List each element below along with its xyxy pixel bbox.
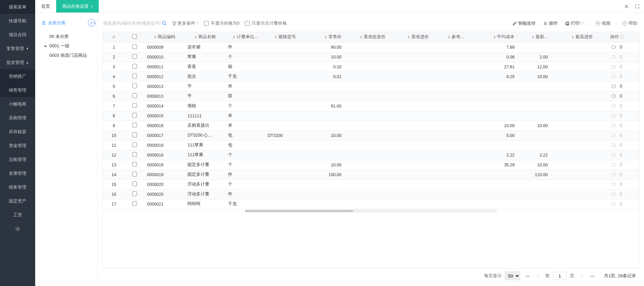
row-checkbox[interactable] bbox=[132, 74, 137, 78]
sidebar-item-1[interactable]: 快捷导航 bbox=[0, 14, 35, 28]
horizontal-scrollbar[interactable] bbox=[245, 209, 497, 213]
main-area: 首页商品价格设置× 全部分类 bbox=[35, 0, 644, 286]
cell-latest: 12.00 bbox=[517, 62, 550, 72]
next-page-button[interactable]: › bbox=[578, 272, 585, 280]
sidebar-item-4[interactable]: 批发管理▲ bbox=[0, 55, 35, 69]
col-name[interactable]: ▲▼商品名称 bbox=[185, 32, 225, 42]
cell-ref bbox=[432, 101, 466, 111]
col-maxin[interactable]: ▲▼最高进价 bbox=[551, 32, 596, 42]
sidebar-item-3[interactable]: 零售管理▼ bbox=[0, 42, 35, 55]
help-icon[interactable]: ⓘ bbox=[620, 34, 624, 39]
tab-1[interactable]: 商品价格设置× bbox=[56, 0, 99, 13]
sidebar-item-5[interactable]: 营销推广 bbox=[0, 69, 35, 83]
page-input[interactable] bbox=[553, 272, 567, 280]
col-wholesale[interactable]: ▲▼基准批发价 bbox=[344, 32, 389, 42]
list-icon bbox=[41, 21, 46, 25]
sidebar-item-7[interactable]: 小畅电商 bbox=[0, 97, 35, 111]
close-all-tabs-icon[interactable] bbox=[622, 2, 631, 11]
row-delete-icon bbox=[619, 114, 623, 118]
sidebar-item-14[interactable]: 固定资产 bbox=[0, 194, 35, 208]
col-avg[interactable]: ▲▼平均成本 bbox=[467, 32, 518, 42]
sidebar-item-13[interactable]: 税务管理 bbox=[0, 180, 35, 194]
row-delete-icon[interactable] bbox=[619, 45, 623, 49]
last-page-button[interactable]: ⏭ bbox=[589, 272, 596, 280]
category-all-label[interactable]: 全部分类 bbox=[48, 20, 66, 26]
row-checkbox[interactable] bbox=[132, 152, 137, 157]
row-checkbox[interactable] bbox=[132, 201, 137, 206]
svg-rect-20 bbox=[612, 153, 615, 157]
tree-item-0[interactable]: 00 未分类 bbox=[45, 32, 95, 41]
col-code[interactable]: ▲▼商品编码 bbox=[144, 32, 185, 42]
select-all-checkbox[interactable] bbox=[132, 34, 137, 39]
page-size-select[interactable]: 50 bbox=[505, 271, 520, 280]
col-retail[interactable]: ▲▼零售价 bbox=[305, 32, 344, 42]
row-delete-icon[interactable] bbox=[619, 94, 623, 98]
sidebar-item-2[interactable]: 项目合同 bbox=[0, 28, 35, 42]
settings-gear-icon[interactable] bbox=[0, 222, 35, 235]
row-checkbox[interactable] bbox=[132, 182, 137, 186]
hide-zero-checkbox[interactable]: 不显示价格为0 bbox=[204, 20, 239, 26]
first-page-button[interactable]: ⏮ bbox=[524, 272, 531, 280]
print-button[interactable]: 打印 ▽ bbox=[563, 19, 585, 28]
tree-item-2[interactable]: 0003 南昌门店商品 bbox=[45, 51, 95, 60]
col-ref[interactable]: ▲▼参考... bbox=[432, 32, 466, 42]
smart-price-button[interactable]: 智能改价 bbox=[510, 19, 538, 28]
row-checkbox[interactable] bbox=[132, 133, 137, 137]
row-checkbox[interactable] bbox=[132, 54, 137, 59]
row-checkbox[interactable] bbox=[132, 44, 137, 49]
row-index: 1 bbox=[103, 42, 125, 52]
tab-0[interactable]: 首页 bbox=[35, 0, 56, 13]
collapse-panel-icon[interactable]: « bbox=[92, 20, 98, 26]
col-unit[interactable]: ▲▼计量单位... bbox=[225, 32, 265, 42]
sidebar-item-11[interactable]: 总账管理 bbox=[0, 152, 35, 166]
sidebar-item-8[interactable]: 采购管理 bbox=[0, 111, 35, 125]
row-checkbox[interactable] bbox=[132, 123, 137, 127]
sidebar-item-12[interactable]: 发票管理 bbox=[0, 166, 35, 180]
sidebar-item-9[interactable]: 库存核算 bbox=[0, 125, 35, 139]
cell-spec bbox=[265, 81, 305, 91]
cell-wholesale bbox=[344, 42, 389, 52]
row-delete-icon[interactable] bbox=[619, 84, 623, 89]
row-edit-icon[interactable] bbox=[612, 84, 616, 89]
close-tab-icon[interactable]: × bbox=[91, 4, 93, 8]
sidebar-item-0[interactable]: 搜索菜单 bbox=[0, 0, 35, 14]
cell-inprice bbox=[388, 130, 432, 140]
row-checkbox[interactable] bbox=[132, 113, 137, 118]
row-checkbox[interactable] bbox=[132, 64, 137, 69]
row-checkbox[interactable] bbox=[132, 93, 137, 98]
row-checkbox[interactable] bbox=[132, 103, 137, 108]
more-conditions-button[interactable]: 更多条件 ▽ bbox=[172, 20, 199, 26]
cell-ref bbox=[432, 81, 466, 91]
row-checkbox[interactable] bbox=[132, 84, 137, 88]
search-input[interactable] bbox=[102, 19, 162, 27]
column-settings-icon[interactable] bbox=[106, 35, 122, 39]
cell-spec bbox=[265, 150, 305, 160]
col-inprice[interactable]: ▲▼基准进价 bbox=[388, 32, 432, 42]
row-edit-icon bbox=[612, 104, 616, 108]
fullscreen-icon[interactable] bbox=[632, 2, 642, 11]
sidebar-item-6[interactable]: 销售管理 bbox=[0, 83, 35, 97]
row-edit-icon[interactable] bbox=[612, 45, 616, 49]
tree-item-1[interactable]: ▶0001 一级 bbox=[45, 41, 95, 51]
row-checkbox[interactable] bbox=[132, 142, 137, 147]
col-spec[interactable]: ▲▼规格型号 bbox=[265, 32, 305, 42]
operate-button[interactable]: 操作 bbox=[541, 19, 560, 28]
col-latest[interactable]: ▲▼最新... bbox=[517, 32, 550, 42]
row-edit-icon[interactable] bbox=[612, 94, 616, 98]
sidebar-item-10[interactable]: 资金管理 bbox=[0, 139, 35, 152]
cell-avg: 8.25 bbox=[467, 72, 518, 81]
help-link[interactable]: ? 帮助 bbox=[620, 19, 639, 28]
row-checkbox[interactable] bbox=[132, 162, 137, 167]
cell-ref bbox=[432, 140, 466, 150]
tree-toggle-icon[interactable]: ▶ bbox=[45, 44, 48, 48]
cell-maxin bbox=[551, 150, 596, 160]
sidebar-item-15[interactable]: 工资 bbox=[0, 208, 35, 222]
video-link[interactable]: 视频 bbox=[594, 19, 613, 28]
search-icon[interactable] bbox=[162, 21, 167, 26]
row-checkbox[interactable] bbox=[132, 172, 137, 176]
row-checkbox[interactable] bbox=[132, 191, 137, 196]
col-idx bbox=[103, 32, 125, 42]
only-main-unit-checkbox[interactable]: 只显示主计量价格 bbox=[245, 20, 287, 26]
cell-name: 浮动多计量 bbox=[185, 189, 225, 199]
prev-page-button[interactable]: ‹ bbox=[534, 272, 542, 280]
